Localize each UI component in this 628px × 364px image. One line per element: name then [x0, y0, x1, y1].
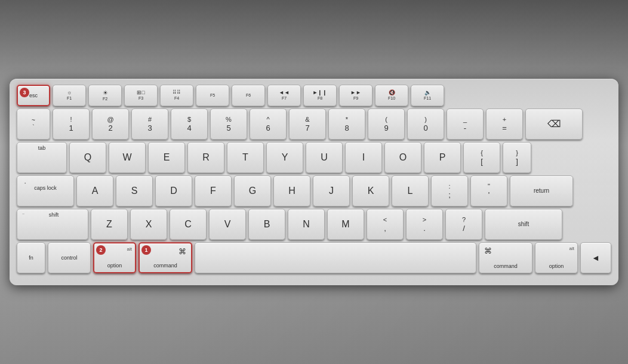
4-key[interactable]: $ 4 — [171, 109, 208, 140]
tab-key[interactable]: tab — [17, 142, 67, 173]
comma-key[interactable]: < , — [367, 209, 404, 240]
f6-key[interactable]: F6 — [232, 85, 265, 106]
f11-key[interactable]: 🔈 F11 — [411, 85, 444, 106]
o-key[interactable]: O — [384, 142, 421, 173]
x-key[interactable]: X — [130, 209, 167, 240]
9-key[interactable]: ( 9 — [368, 109, 405, 140]
x-label: X — [146, 218, 152, 230]
rbracket-key[interactable]: } ] — [503, 142, 531, 173]
c-key[interactable]: C — [170, 209, 207, 240]
f3-key[interactable]: ⊞□ F3 — [124, 85, 158, 106]
z-label: Z — [106, 218, 112, 230]
n-key[interactable]: N — [288, 209, 325, 240]
comma-label: , — [384, 224, 386, 233]
j-key[interactable]: J — [313, 175, 350, 206]
z-key[interactable]: Z — [91, 209, 128, 240]
semicolon-key[interactable]: : ; — [431, 175, 468, 206]
k-key[interactable]: K — [352, 175, 389, 206]
2-key[interactable]: @ 2 — [92, 109, 129, 140]
t-key[interactable]: T — [227, 142, 264, 173]
r-key[interactable]: R — [187, 142, 224, 173]
g-key[interactable]: G — [234, 175, 271, 206]
h-label: H — [288, 185, 295, 196]
return-key[interactable]: return — [510, 175, 573, 206]
option-badge: 2 — [96, 245, 106, 255]
i-key[interactable]: I — [345, 142, 382, 173]
f5-key[interactable]: F5 — [196, 85, 229, 106]
9-label: 9 — [384, 124, 388, 133]
shift-right-key[interactable]: shift — [485, 209, 562, 240]
f11-icon: 🔈 — [424, 90, 431, 96]
quote-key[interactable]: " ' — [470, 175, 507, 206]
tab-label: tab — [38, 145, 46, 152]
f10-key[interactable]: 🔇 F10 — [375, 85, 408, 106]
y-key[interactable]: Y — [266, 142, 303, 173]
underscore-label: _ — [463, 116, 467, 124]
tilde-key[interactable]: ~ ` — [17, 109, 50, 140]
b-key[interactable]: B — [248, 209, 285, 240]
option-right-key[interactable]: alt option — [535, 242, 578, 273]
minus-key[interactable]: _ - — [447, 109, 484, 140]
command-right-key[interactable]: ⌘ command — [479, 242, 532, 273]
u-key[interactable]: U — [306, 142, 343, 173]
w-key[interactable]: W — [109, 142, 146, 173]
l-key[interactable]: L — [392, 175, 429, 206]
f4-key[interactable]: ⠿⠿ F4 — [160, 85, 193, 106]
w-label: W — [122, 152, 131, 163]
control-key[interactable]: control — [48, 242, 91, 273]
5-key[interactable]: % 5 — [210, 109, 247, 140]
control-label: control — [61, 255, 77, 261]
caps-lock-key[interactable]: • caps lock — [17, 175, 74, 206]
esc-badge: 3 — [20, 88, 29, 97]
6-key[interactable]: ^ 6 — [250, 109, 287, 140]
l-label: L — [408, 185, 413, 196]
lbracket-key[interactable]: { [ — [463, 142, 500, 173]
f7-key[interactable]: ◄◄ F7 — [267, 85, 301, 106]
option-r-label: option — [535, 263, 577, 270]
m-key[interactable]: M — [327, 209, 364, 240]
f8-key[interactable]: ►❙❙ F8 — [303, 85, 337, 106]
esc-label: esc — [29, 92, 38, 99]
esc-key[interactable]: 3 esc — [17, 85, 50, 106]
amp-label: & — [305, 116, 309, 124]
a-key[interactable]: A — [76, 175, 113, 206]
command-symbol: ⌘ — [178, 247, 186, 256]
fn-key-row: 3 esc ☼ F1 ☀ F2 ⊞□ F3 ⠿⠿ F4 F5 — [17, 85, 611, 106]
bottom-key-row: fn control 2 alt option 1 ⌘ command ⌘ co… — [17, 242, 611, 273]
arrow-left-key[interactable]: ◄ — [580, 242, 611, 273]
backspace-key[interactable]: ⌫ — [525, 109, 583, 140]
h-key[interactable]: H — [273, 175, 310, 206]
e-key[interactable]: E — [148, 142, 185, 173]
period-key[interactable]: > . — [406, 209, 443, 240]
command-left-key[interactable]: 1 ⌘ command — [138, 242, 192, 273]
option-left-key[interactable]: 2 alt option — [93, 242, 136, 273]
f-key[interactable]: F — [195, 175, 232, 206]
exclaim-label: ! — [70, 116, 72, 124]
3-key[interactable]: # 3 — [131, 109, 168, 140]
0-key[interactable]: ) 0 — [407, 109, 444, 140]
8-key[interactable]: * 8 — [328, 109, 365, 140]
tilde-bottom: ` — [32, 124, 34, 131]
1-key[interactable]: ! 1 — [53, 109, 90, 140]
q-key[interactable]: Q — [69, 142, 106, 173]
f2-key[interactable]: ☀ F2 — [88, 85, 122, 106]
b-label: B — [264, 218, 270, 230]
i-label: I — [362, 152, 365, 163]
command-r-label: command — [479, 263, 532, 270]
d-key[interactable]: D — [155, 175, 192, 206]
7-key[interactable]: & 7 — [289, 109, 326, 140]
p-key[interactable]: P — [424, 142, 461, 173]
v-key[interactable]: V — [209, 209, 246, 240]
fn-key[interactable]: fn — [17, 242, 45, 273]
shift-left-key[interactable]: shift ~ — [17, 209, 88, 240]
f6-label: F6 — [246, 93, 251, 98]
slash-key[interactable]: ? / — [445, 209, 482, 240]
space-key[interactable] — [195, 242, 476, 273]
zxcv-key-row: shift ~ Z X C V B N M — [17, 209, 611, 240]
s-key[interactable]: S — [116, 175, 153, 206]
f1-key[interactable]: ☼ F1 — [53, 85, 86, 106]
v-label: V — [224, 218, 231, 230]
hash-label: # — [148, 116, 152, 124]
equals-key[interactable]: + = — [486, 109, 523, 140]
f9-key[interactable]: ►► F9 — [339, 85, 373, 106]
